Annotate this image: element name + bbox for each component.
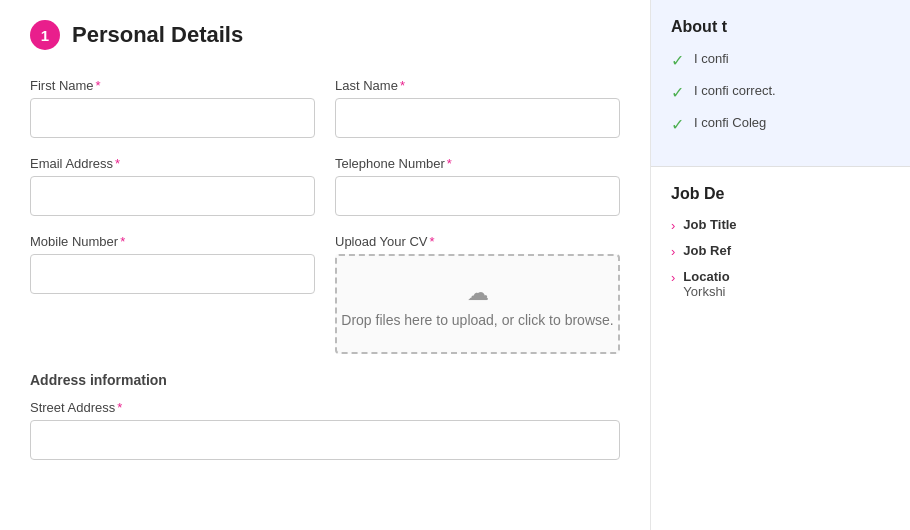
step-badge: 1 bbox=[30, 20, 60, 50]
mobile-input[interactable] bbox=[30, 254, 315, 294]
check-icon-3: ✓ bbox=[671, 115, 684, 134]
telephone-input[interactable] bbox=[335, 176, 620, 216]
telephone-group: Telephone Number* bbox=[335, 156, 620, 216]
sidebar-job-title: Job De bbox=[671, 185, 890, 203]
name-row: First Name* Last Name* bbox=[30, 78, 620, 138]
sidebar-job-item-title: › Job Title bbox=[671, 217, 890, 233]
check-icon-2: ✓ bbox=[671, 83, 684, 102]
first-name-input[interactable] bbox=[30, 98, 315, 138]
telephone-label: Telephone Number* bbox=[335, 156, 620, 171]
email-input[interactable] bbox=[30, 176, 315, 216]
check-text-2: I confi correct. bbox=[694, 82, 776, 100]
street-address-label: Street Address* bbox=[30, 400, 620, 415]
upload-icon: ☁ bbox=[467, 280, 489, 306]
chevron-icon-2: › bbox=[671, 244, 675, 259]
sidebar-job-item-ref: › Job Ref bbox=[671, 243, 890, 259]
first-name-group: First Name* bbox=[30, 78, 315, 138]
first-name-required: * bbox=[96, 78, 101, 93]
check-icon-1: ✓ bbox=[671, 51, 684, 70]
address-heading: Address information bbox=[30, 372, 620, 388]
mobile-label: Mobile Number* bbox=[30, 234, 315, 249]
check-text-1: I confi bbox=[694, 50, 729, 68]
street-address-input[interactable] bbox=[30, 420, 620, 460]
mobile-required: * bbox=[120, 234, 125, 249]
sidebar-job-item-location: › Locatio Yorkshi bbox=[671, 269, 890, 299]
sidebar-check-item-3: ✓ I confi Coleg bbox=[671, 114, 890, 134]
upload-cv-required: * bbox=[430, 234, 435, 249]
sidebar-job-section: Job De › Job Title › Job Ref › Locatio Y… bbox=[651, 167, 910, 327]
job-title-label: Job Title bbox=[683, 217, 736, 232]
main-form-area: 1 Personal Details First Name* Last Name… bbox=[0, 0, 650, 530]
chevron-icon-3: › bbox=[671, 270, 675, 285]
job-ref-label: Job Ref bbox=[683, 243, 731, 258]
check-text-3: I confi Coleg bbox=[694, 114, 766, 132]
job-location-value: Yorkshi bbox=[683, 284, 729, 299]
chevron-icon-1: › bbox=[671, 218, 675, 233]
email-required: * bbox=[115, 156, 120, 171]
sidebar-about-section: About t ✓ I confi ✓ I confi correct. ✓ I… bbox=[651, 0, 910, 167]
telephone-required: * bbox=[447, 156, 452, 171]
upload-cv-label: Upload Your CV* bbox=[335, 234, 620, 249]
last-name-required: * bbox=[400, 78, 405, 93]
page-title: Personal Details bbox=[72, 22, 243, 48]
section-header: 1 Personal Details bbox=[30, 20, 620, 50]
sidebar-check-item-1: ✓ I confi bbox=[671, 50, 890, 70]
last-name-group: Last Name* bbox=[335, 78, 620, 138]
sidebar-check-item-2: ✓ I confi correct. bbox=[671, 82, 890, 102]
sidebar-about-title: About t bbox=[671, 18, 890, 36]
upload-drop-text: Drop files here to upload, or click to b… bbox=[341, 312, 613, 328]
first-name-label: First Name* bbox=[30, 78, 315, 93]
street-address-group: Street Address* bbox=[30, 400, 620, 460]
email-tel-row: Email Address* Telephone Number* bbox=[30, 156, 620, 216]
email-label: Email Address* bbox=[30, 156, 315, 171]
address-section: Address information Street Address* bbox=[30, 372, 620, 460]
street-address-required: * bbox=[117, 400, 122, 415]
upload-drop-zone[interactable]: ☁ Drop files here to upload, or click to… bbox=[335, 254, 620, 354]
last-name-label: Last Name* bbox=[335, 78, 620, 93]
last-name-input[interactable] bbox=[335, 98, 620, 138]
email-group: Email Address* bbox=[30, 156, 315, 216]
mobile-group: Mobile Number* bbox=[30, 234, 315, 354]
upload-cv-group: Upload Your CV* ☁ Drop files here to upl… bbox=[335, 234, 620, 354]
job-location-label: Locatio bbox=[683, 269, 729, 284]
sidebar: About t ✓ I confi ✓ I confi correct. ✓ I… bbox=[650, 0, 910, 530]
mobile-upload-row: Mobile Number* Upload Your CV* ☁ Drop fi… bbox=[30, 234, 620, 354]
